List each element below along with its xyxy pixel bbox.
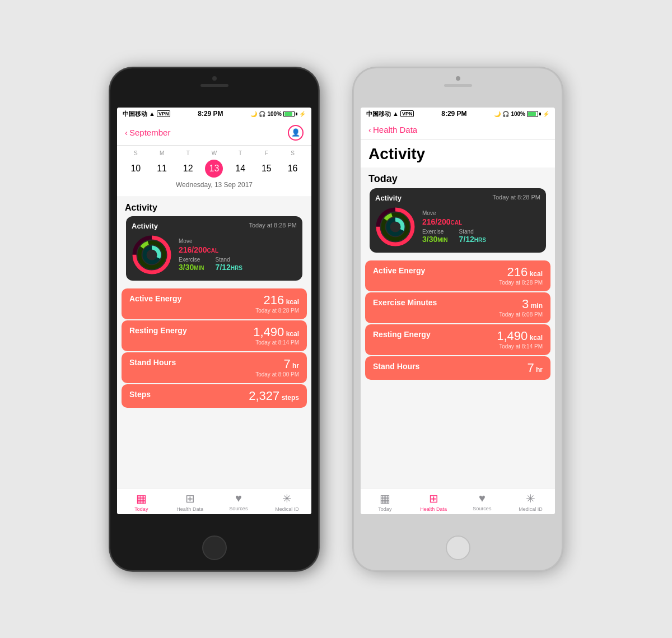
- move-value-right: 216/200CAL: [422, 217, 486, 226]
- exercise-value-right: 3/30MIN: [422, 235, 448, 244]
- chevron-left-icon: ‹: [125, 128, 128, 137]
- date-10[interactable]: 10: [127, 160, 144, 178]
- today-tab-label: Today: [134, 506, 148, 512]
- date-12[interactable]: 12: [179, 160, 197, 178]
- status-left: 中国移动 ▲ VPN: [123, 110, 170, 118]
- vpn-badge-right: VPN: [400, 110, 414, 117]
- nav-header-left: ‹ September 👤: [117, 120, 311, 146]
- move-value: 216/200CAL: [179, 245, 242, 254]
- speaker: [200, 84, 228, 87]
- sources-tab-icon: ♥: [235, 492, 242, 505]
- today-section-label: Today: [361, 167, 555, 188]
- phone-light: 中国移动 ▲ VPN 8:29 PM 🌙 🎧 100% ⚡: [353, 67, 563, 571]
- activity-card-time: Today at 8:28 PM: [249, 222, 297, 230]
- day-t1: T: [179, 150, 197, 156]
- profile-icon[interactable]: 👤: [288, 125, 304, 141]
- medical-tab-label-right: Medical ID: [519, 506, 543, 512]
- activity-stats-right: Move 216/200CAL Exercise 3/30MIN: [422, 210, 486, 244]
- day-f: F: [258, 150, 276, 156]
- tab-bar-left: ▦ Today ⊞ Health Data ♥ Sources ✳ Medica…: [117, 488, 311, 514]
- day-s1: S: [127, 150, 144, 156]
- battery-percent: 100%: [267, 111, 282, 117]
- data-row-active-energy[interactable]: Active Energy 216 kcal Today at 8:28 PM: [122, 288, 307, 319]
- back-button-left[interactable]: ‹ September: [125, 128, 170, 137]
- status-right-right: 🌙 🎧 100% ⚡: [494, 111, 549, 117]
- wifi-icon-right: ▲: [393, 110, 399, 117]
- stand-stat: Stand 7/12HRS: [216, 257, 242, 272]
- data-row-resting-energy-right[interactable]: Resting Energy 1,490 kcal Today at 8:14 …: [365, 324, 550, 355]
- calendar-day-headers: S M T W T F S: [123, 150, 306, 156]
- back-button-right[interactable]: ‹ Health Data: [368, 125, 417, 134]
- chevron-left-icon-right: ‹: [368, 125, 371, 134]
- tab-health-data-right[interactable]: ⊞ Health Data: [409, 492, 458, 512]
- today-tab-icon: ▦: [136, 492, 147, 505]
- back-label-right: Health Data: [373, 125, 417, 134]
- phone-top-area: [110, 68, 318, 90]
- activity-rings-right: [375, 207, 416, 247]
- tab-sources-left[interactable]: ♥ Sources: [214, 492, 263, 512]
- date-14[interactable]: 14: [231, 160, 249, 178]
- tab-medical-right[interactable]: ✳ Medical ID: [506, 492, 555, 512]
- data-rows-right: Active Energy 216 kcal Today at 8:28 PM …: [361, 260, 555, 488]
- data-row-steps[interactable]: Steps 2,327 steps: [122, 384, 307, 408]
- status-time-right: 8:29 PM: [441, 110, 466, 118]
- activity-card-left: Activity Today at 8:28 PM: [126, 216, 302, 281]
- calendar-dates: 10 11 12 13 14 15 16: [123, 160, 306, 178]
- nav-header-right: ‹ Health Data: [361, 120, 555, 139]
- date-11[interactable]: 11: [153, 160, 171, 178]
- headphones-icon: 🎧: [259, 111, 265, 117]
- day-s2: S: [284, 150, 302, 156]
- activity-card-time-right: Today at 8:28 PM: [492, 194, 540, 202]
- date-16[interactable]: 16: [284, 160, 302, 178]
- data-row-active-energy-right[interactable]: Active Energy 216 kcal Today at 8:28 PM: [365, 260, 550, 291]
- headphones-icon-right: 🎧: [502, 111, 509, 117]
- tab-today-left[interactable]: ▦ Today: [117, 492, 166, 512]
- page-title-right: Activity: [361, 139, 555, 167]
- tab-today-right[interactable]: ▦ Today: [361, 492, 409, 512]
- home-button-right[interactable]: [446, 535, 470, 560]
- medical-tab-icon-right: ✳: [526, 492, 535, 505]
- back-label-left: September: [129, 128, 170, 137]
- data-row-resting-energy[interactable]: Resting Energy 1,490 kcal Today at 8:14 …: [122, 320, 307, 351]
- activity-card-body-right: Move 216/200CAL Exercise 3/30MIN: [375, 207, 540, 247]
- exercise-stand-row: Exercise 3/30MIN Stand 7/12HRS: [179, 257, 242, 272]
- full-date-label: Wednesday, 13 Sep 2017: [123, 178, 306, 191]
- tab-health-data-left[interactable]: ⊞ Health Data: [166, 492, 214, 512]
- camera: [212, 76, 217, 81]
- tab-bar-right: ▦ Today ⊞ Health Data ♥ Sources ✳ Medica…: [361, 488, 555, 514]
- moon-icon-right: 🌙: [494, 111, 501, 117]
- activity-card-wrapper-right: Activity Today at 8:28 PM: [361, 188, 555, 260]
- status-left-right: 中国移动 ▲ VPN: [366, 110, 414, 118]
- vpn-badge: VPN: [157, 110, 171, 117]
- stand-stat-right: Stand 7/12HRS: [459, 229, 486, 244]
- day-w: W: [205, 150, 223, 156]
- health-data-tab-icon: ⊞: [185, 492, 195, 505]
- data-rows-left: Active Energy 216 kcal Today at 8:28 PM …: [117, 288, 311, 488]
- today-tab-label-right: Today: [378, 506, 391, 512]
- phone-screen-right: 中国移动 ▲ VPN 8:29 PM 🌙 🎧 100% ⚡: [361, 108, 555, 514]
- phone-dark: 中国移动 ▲ VPN 8:29 PM 🌙 🎧 100% ⚡: [109, 67, 319, 571]
- day-m: M: [153, 150, 171, 156]
- phone-top-area-right: [354, 68, 562, 90]
- tab-medical-left[interactable]: ✳ Medical ID: [263, 492, 311, 512]
- activity-card-header-right: Activity Today at 8:28 PM: [375, 194, 540, 202]
- carrier: 中国移动: [123, 110, 147, 118]
- date-15[interactable]: 15: [258, 160, 276, 178]
- battery-icon-right: [527, 111, 541, 117]
- battery-percent-right: 100%: [511, 111, 525, 117]
- moon-icon: 🌙: [250, 111, 257, 117]
- exercise-value: 3/30MIN: [179, 263, 204, 272]
- date-13[interactable]: 13: [205, 160, 223, 178]
- health-data-tab-label-right: Health Data: [420, 506, 447, 512]
- data-row-stand-hours[interactable]: Stand Hours 7 hr Today at 8:00 PM: [122, 352, 307, 383]
- status-right: 🌙 🎧 100% ⚡: [250, 111, 306, 117]
- data-row-exercise-minutes[interactable]: Exercise Minutes 3 min Today at 6:08 PM: [365, 292, 550, 323]
- status-time: 8:29 PM: [198, 110, 223, 118]
- data-row-stand-hours-right[interactable]: Stand Hours 7 hr: [365, 356, 550, 380]
- day-t2: T: [231, 150, 249, 156]
- activity-card-title: Activity: [132, 222, 158, 230]
- medical-tab-label: Medical ID: [275, 506, 299, 512]
- tab-sources-right[interactable]: ♥ Sources: [458, 492, 507, 512]
- sources-tab-label-right: Sources: [473, 506, 491, 511]
- home-button-left[interactable]: [202, 535, 227, 560]
